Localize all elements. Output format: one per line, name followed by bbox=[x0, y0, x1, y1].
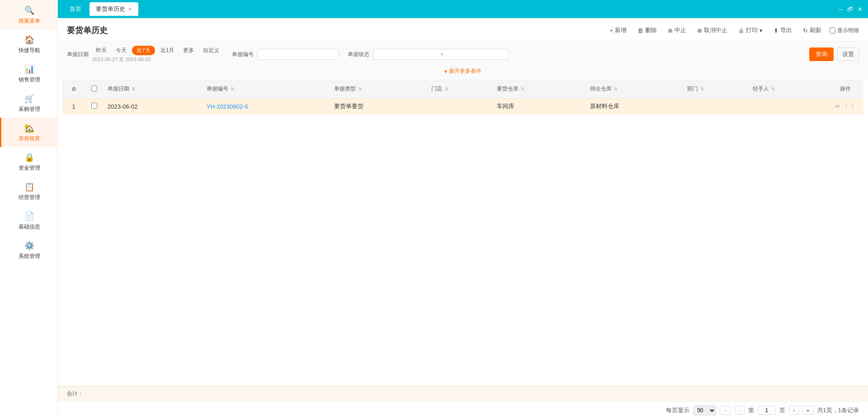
cancel-stop-button[interactable]: ⊗ 取消中止 bbox=[694, 24, 730, 36]
settings-button[interactable]: 设置 bbox=[837, 48, 859, 61]
status-label: 单据状态 bbox=[348, 51, 369, 58]
tab-requisition-history[interactable]: 要货单历史 ✕ bbox=[90, 2, 138, 16]
col-order-no: 单据编号 ⇅ bbox=[202, 80, 330, 98]
col-handler-label: 经手人 bbox=[753, 86, 769, 92]
col-action-label: 操作 bbox=[840, 86, 851, 92]
tab-requisition-history-label: 要货单历史 bbox=[96, 5, 125, 13]
purchase-mgmt-icon: 🛒 bbox=[24, 94, 34, 104]
new-button[interactable]: + 新增 bbox=[607, 24, 629, 36]
col-date-sort-icon: ⇅ bbox=[132, 86, 135, 91]
cell-pending-warehouse: 原材料仓库 bbox=[585, 98, 683, 114]
col-date: 单据日期 ⇅ bbox=[103, 80, 202, 98]
sidebar: 🔍 搜索菜单 🏠 快捷导航 📊 销售管理 🛒 采购管理 🏡 库存核算 🔒 资金管… bbox=[0, 0, 58, 419]
status-select[interactable]: ▾ bbox=[373, 49, 509, 60]
window-restore-button[interactable]: 🗗 bbox=[847, 6, 853, 13]
page-title: 要货单历史 bbox=[67, 25, 108, 36]
page-goto-label: 第 bbox=[748, 406, 754, 414]
first-page-button[interactable]: « bbox=[720, 406, 731, 415]
show-detail-label[interactable]: 显示明细 bbox=[830, 27, 859, 34]
more-icon[interactable]: ⋮⋮ bbox=[843, 103, 856, 110]
per-page-label: 每页显示 bbox=[666, 406, 689, 414]
export-button[interactable]: ⬆ 导出 bbox=[771, 24, 795, 36]
refresh-button[interactable]: ↻ 刷新 bbox=[800, 24, 824, 36]
cell-handler bbox=[748, 98, 827, 114]
topbar: 首页 要货单历史 ✕ ─ 🗗 ✕ bbox=[58, 0, 868, 18]
select-all-checkbox[interactable] bbox=[91, 86, 97, 91]
col-action: 操作 bbox=[827, 80, 863, 98]
order-no-link[interactable]: YH-20230602-0 bbox=[207, 103, 248, 110]
col-order-no-label: 单据编号 bbox=[207, 86, 228, 92]
filter-bar: 单据日期 昨天 今天 近7天 近1月 更多 自定义 2023-05-27 至 2… bbox=[58, 41, 868, 80]
filter-group-date: 单据日期 昨天 今天 近7天 近1月 更多 自定义 2023-05-27 至 2… bbox=[67, 46, 223, 63]
sidebar-item-quick-nav[interactable]: 🏠 快捷导航 bbox=[0, 29, 57, 59]
main-area: 首页 要货单历史 ✕ ─ 🗗 ✕ 要货单历史 + 新增 🗑 删除 bbox=[58, 0, 868, 419]
table-settings-icon[interactable]: ⚙ bbox=[71, 86, 76, 92]
date-btn-last-month[interactable]: 近1月 bbox=[157, 46, 178, 55]
table-footer: 合计： bbox=[58, 386, 868, 401]
operations-mgmt-icon: 📋 bbox=[24, 182, 34, 192]
query-button[interactable]: 查询 bbox=[809, 48, 834, 61]
sidebar-item-system-mgmt[interactable]: ⚙️ 系统管理 bbox=[0, 235, 57, 265]
sidebar-item-purchase-mgmt[interactable]: 🛒 采购管理 bbox=[0, 88, 57, 118]
sidebar-item-search-menu[interactable]: 🔍 搜索菜单 bbox=[0, 0, 57, 29]
per-page-select[interactable]: 20 50 100 bbox=[693, 405, 716, 415]
total-label: 合计： bbox=[67, 390, 83, 397]
page-input[interactable] bbox=[758, 406, 776, 415]
sidebar-item-operations-mgmt[interactable]: 📋 经营管理 bbox=[0, 176, 57, 206]
show-detail-checkbox[interactable] bbox=[830, 28, 835, 33]
col-handler: 经手人 ⇅ bbox=[748, 80, 827, 98]
last-page-button[interactable]: » bbox=[802, 406, 814, 415]
filter-group-order-no: 单据编号 bbox=[232, 49, 339, 60]
window-close-button[interactable]: ✕ bbox=[858, 6, 863, 13]
export-icon: ⬆ bbox=[774, 27, 778, 34]
pagination: 每页显示 20 50 100 « ‹ 第 页 › » 共1页，1条记录 bbox=[58, 401, 868, 419]
date-btn-more[interactable]: 更多 bbox=[179, 46, 198, 55]
row-checkbox[interactable] bbox=[91, 103, 97, 109]
window-minimize-button[interactable]: ─ bbox=[839, 6, 843, 13]
cell-store bbox=[427, 98, 492, 114]
table-container[interactable]: ⚙ 单据日期 ⇅ 单据编号 ⇅ bbox=[58, 80, 868, 386]
tab-home[interactable]: 首页 bbox=[63, 2, 88, 16]
next-page-button[interactable]: › bbox=[789, 406, 799, 415]
cell-dept bbox=[683, 98, 748, 114]
stop-button[interactable]: ⊗ 中止 bbox=[665, 24, 689, 36]
sidebar-item-sales-mgmt[interactable]: 📊 销售管理 bbox=[0, 59, 57, 88]
expand-label: 展开更多条件 bbox=[449, 67, 481, 75]
date-btn-custom[interactable]: 自定义 bbox=[199, 46, 223, 55]
expand-conditions-button[interactable]: ▾ 展开更多条件 bbox=[444, 67, 481, 75]
content-area: 要货单历史 + 新增 🗑 删除 ⊗ 中止 ⊗ 取消中止 bbox=[58, 18, 868, 419]
cell-check bbox=[85, 98, 103, 114]
tab-close-icon[interactable]: ✕ bbox=[128, 6, 132, 12]
inventory-icon: 🏡 bbox=[24, 123, 34, 133]
new-icon: + bbox=[609, 27, 613, 34]
tab-home-label: 首页 bbox=[70, 5, 81, 13]
col-pending-warehouse-label: 待出仓库 bbox=[590, 86, 612, 92]
sidebar-item-inventory[interactable]: 🏡 库存核算 bbox=[0, 118, 57, 147]
print-dropdown-icon: ▾ bbox=[760, 27, 763, 34]
edit-icon[interactable]: ✏ bbox=[835, 103, 840, 110]
col-dept-label: 部门 bbox=[687, 86, 698, 92]
print-icon: 🖨 bbox=[738, 27, 744, 34]
stop-label: 中止 bbox=[675, 26, 686, 34]
refresh-label: 刷新 bbox=[810, 26, 821, 34]
table-row: 1 2023-06-02 YH-20230602-0 要货单要货 车间库 原材料… bbox=[62, 98, 863, 114]
date-range-display: 2023-05-27 至 2023-06-02 bbox=[92, 56, 223, 63]
print-button[interactable]: 🖨 打印 ▾ bbox=[736, 24, 765, 36]
col-req-warehouse: 要货仓库 ⇅ bbox=[492, 80, 585, 98]
export-label: 导出 bbox=[780, 26, 792, 34]
date-buttons: 昨天 今天 近7天 近1月 更多 自定义 2023-05-27 至 2023-0… bbox=[92, 46, 223, 63]
sidebar-item-finance-mgmt[interactable]: 🔒 资金管理 bbox=[0, 147, 57, 176]
sidebar-item-label: 系统管理 bbox=[19, 252, 40, 260]
order-no-input[interactable] bbox=[257, 49, 339, 60]
status-dropdown-icon: ▾ bbox=[441, 51, 505, 57]
date-btn-today[interactable]: 今天 bbox=[112, 46, 130, 55]
prev-page-button[interactable]: ‹ bbox=[735, 406, 745, 415]
col-pending-warehouse-sort-icon: ⇅ bbox=[614, 86, 618, 91]
sidebar-item-basic-info[interactable]: 📄 基础信息 bbox=[0, 206, 57, 235]
date-btn-yesterday[interactable]: 昨天 bbox=[92, 46, 110, 55]
delete-button[interactable]: 🗑 删除 bbox=[635, 24, 660, 36]
col-order-no-sort-icon: ⇅ bbox=[231, 86, 234, 91]
col-order-type-label: 单据类型 bbox=[334, 86, 356, 92]
finance-mgmt-icon: 🔒 bbox=[24, 152, 34, 162]
date-btn-last7[interactable]: 近7天 bbox=[132, 46, 155, 55]
